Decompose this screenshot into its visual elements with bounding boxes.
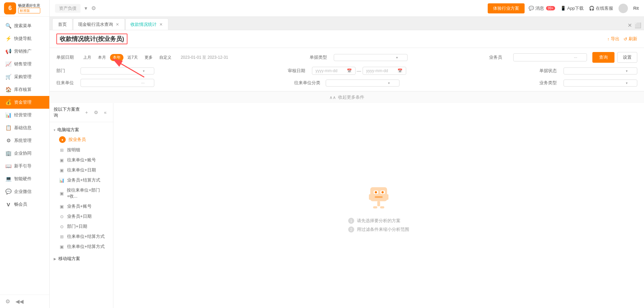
- tab-collection-stats[interactable]: 收款情况统计 ✕: [125, 18, 168, 30]
- partner-select[interactable]: ···: [80, 79, 154, 87]
- scheme-collapse-btn[interactable]: «: [102, 109, 109, 116]
- scheme-item-2[interactable]: ▣ 往来单位+账号: [50, 155, 113, 165]
- salesperson-select[interactable]: ···: [513, 53, 587, 61]
- sidebar-item-search[interactable]: 🔍 搜索菜单: [0, 19, 49, 32]
- collapse-bar[interactable]: ∧∧ 收起更多条件: [50, 91, 644, 103]
- sidebar-item-finance[interactable]: 💰 资金管理: [0, 96, 49, 109]
- scheme-item-8[interactable]: ⊙ 部门+日期: [50, 221, 113, 232]
- settings-header-icon[interactable]: ⚙: [91, 5, 96, 11]
- sidebar-item-purchase[interactable]: 🛒 采购管理: [0, 70, 49, 83]
- doctype-select[interactable]: ▾: [334, 54, 408, 61]
- sidebar-item-system[interactable]: ⚙ 系统管理: [0, 134, 49, 147]
- header-actions: 💬 消息 99+ 📱 App下载 🎧 在线客服 Rit: [529, 4, 639, 13]
- sidebar-item-base[interactable]: 📋 基础信息: [0, 121, 49, 134]
- scheme-settings-btn[interactable]: ⚙: [92, 109, 100, 116]
- finance-icon: 💰: [5, 99, 11, 105]
- sidebar-item-operations[interactable]: 📊 经营管理: [0, 109, 49, 121]
- scheme-item-9[interactable]: ⊞ 往来单位+结算方式: [50, 232, 113, 242]
- message-icon: 💬: [529, 6, 534, 11]
- salesperson-label: 业务员: [489, 54, 508, 60]
- messages-action[interactable]: 💬 消息 99+: [529, 5, 555, 11]
- scheme-item-1[interactable]: ⊞ 按明细: [50, 145, 113, 155]
- partner-cat-select[interactable]: ▾: [326, 80, 399, 87]
- sidebar-item-guide[interactable]: 📖 新手引导: [0, 160, 49, 172]
- dept-select[interactable]: ▾: [80, 67, 154, 74]
- refresh-btn[interactable]: ↺ 刷新: [624, 36, 637, 42]
- filter-row-2: 部门 ▾ 审核日期 yyyy-mm-dd 📅 — yyyy-mm-dd 📅: [56, 67, 637, 75]
- sidebar-item-member[interactable]: V 畅会员: [0, 198, 49, 211]
- sidebar-item-quicknav[interactable]: ⚡ 快捷导航: [0, 32, 49, 45]
- online-service-action[interactable]: 🎧 在线客服: [589, 5, 613, 11]
- app-download-action[interactable]: 📱 App下载: [560, 5, 584, 11]
- tab-home[interactable]: 首页: [52, 18, 72, 30]
- date-tab-lastmonth[interactable]: 上月: [80, 54, 94, 61]
- date-tab-thismonth[interactable]: 本月: [95, 54, 109, 61]
- scheme-group-mobile-title[interactable]: ▶ 移动端方案: [50, 254, 113, 263]
- download-icon: 📱: [560, 6, 566, 11]
- filter-panel: 单据日期 上月 本月 本年 近7天 更多 自定义 2023-01-01 至 20…: [50, 48, 644, 91]
- sidebar-item-marketing[interactable]: 📢 营销推广: [0, 45, 49, 58]
- biz-type-select[interactable]: ▾: [564, 80, 637, 87]
- member-icon: V: [5, 202, 11, 207]
- tab-bar-actions: ✕ ⬜: [628, 22, 644, 30]
- scheme-item-5[interactable]: ▣ 按往来单位+部门+收...: [50, 185, 113, 201]
- date-tab-7days[interactable]: 近7天: [125, 54, 141, 61]
- settings-btn[interactable]: 设置: [617, 52, 637, 63]
- scheme-btn[interactable]: 体验行业方案: [488, 3, 525, 13]
- scheme-item-6[interactable]: ▣ 业务员+账号: [50, 201, 113, 211]
- settings-bottom-icon[interactable]: ⚙: [5, 298, 10, 305]
- tab-bar: 首页 现金银行流水查询 ✕ 收款情况统计 ✕ ✕ ⬜: [50, 17, 644, 30]
- filter-row-3: 往来单位 ··· 往来单位分类 ▾ 业务类型 ▾: [56, 79, 637, 87]
- date-tab-custom[interactable]: 自定义: [157, 54, 174, 61]
- review-date-from[interactable]: yyyy-mm-dd 📅: [312, 67, 356, 75]
- tab-close-collection-stats[interactable]: ✕: [159, 21, 163, 28]
- date-tabs: 上月 本月 本年 近7天 更多 自定义: [80, 54, 174, 61]
- scheme-add-btn[interactable]: +: [83, 109, 90, 116]
- scheme-title: 按以下方案查询: [54, 106, 81, 118]
- tab-close-bank-flow[interactable]: ✕: [115, 21, 120, 28]
- scheme-panel: 按以下方案查询 + ⚙ « ▾ 电脑端方案 ●: [50, 103, 113, 308]
- svg-rect-6: [377, 201, 380, 206]
- scheme-item-7[interactable]: ⊙ 业务员+日期: [50, 211, 113, 221]
- partner-more-icon: ···: [141, 81, 145, 85]
- collapse-sidebar-icon[interactable]: ◀◀: [15, 298, 23, 305]
- date-tab-more[interactable]: 更多: [142, 54, 155, 61]
- scheme-item-3[interactable]: ▣ 往来单位+日期: [50, 165, 113, 175]
- sidebar-item-collab[interactable]: 🏢 企业协同: [0, 147, 49, 160]
- user-avatar[interactable]: [619, 4, 628, 13]
- user-name[interactable]: Rit: [633, 6, 639, 11]
- sidebar-item-sales[interactable]: 📈 销售管理: [0, 58, 49, 70]
- scheme-group-desktop-title[interactable]: ▾ 电脑端方案: [50, 125, 113, 134]
- purchase-icon: 🛒: [5, 74, 11, 80]
- messages-badge: 99+: [546, 6, 555, 10]
- scheme-item-4[interactable]: 📊 业务员+结算方式: [50, 175, 113, 185]
- tab-maximize-icon[interactable]: ⬜: [635, 22, 641, 29]
- scheme-group-mobile: ▶ 移动端方案: [50, 253, 113, 264]
- sidebar: 6 畅捷通好生意 标准版 🔍 搜索菜单 ⚡ 快捷导航 📢 营销推广 📈 销售管理…: [0, 0, 50, 308]
- scheme-item-0[interactable]: ● 按业务员: [50, 134, 113, 145]
- scheme-icon-6: ▣: [59, 204, 64, 209]
- sales-icon: 📈: [5, 61, 11, 67]
- scheme-icon-8: ⊙: [59, 224, 64, 229]
- doc-status-select[interactable]: ▾: [564, 67, 637, 74]
- sidebar-item-wechat[interactable]: 💬 企业微信: [0, 185, 49, 198]
- tab-close-all-icon[interactable]: ✕: [628, 22, 632, 29]
- scheme-item-10[interactable]: ▣ 往来单位+结算方式: [50, 242, 113, 252]
- sidebar-item-inventory[interactable]: 🏠 库存核算: [0, 83, 49, 96]
- export-btn[interactable]: ↑ 导出: [607, 36, 620, 42]
- headset-icon: 🎧: [589, 6, 594, 11]
- search-icon: 🔍: [5, 23, 11, 29]
- sidebar-nav: 🔍 搜索菜单 ⚡ 快捷导航 📢 营销推广 📈 销售管理 🛒 采购管理 🏠 库存核…: [0, 17, 49, 295]
- sidebar-item-hardware[interactable]: 💻 智能硬件: [0, 172, 49, 185]
- breadcrumb-dropdown-icon[interactable]: ▾: [85, 5, 87, 11]
- date-tab-thisyear[interactable]: 本年: [110, 54, 123, 61]
- salesperson-more-icon: ···: [574, 55, 577, 60]
- query-btn[interactable]: 查询: [592, 52, 614, 63]
- calendar-from-icon: 📅: [347, 68, 352, 73]
- review-date-to[interactable]: yyyy-mm-dd 📅: [363, 67, 406, 75]
- scheme-icon-5: ▣: [59, 191, 64, 196]
- main-container: 资产负债 ▾ ⚙ 体验行业方案 💬 消息 99+ 📱 App下载 🎧 在线客服 …: [50, 0, 644, 308]
- biz-type-label: 业务类型: [539, 80, 558, 86]
- scheme-icon-1: ⊞: [59, 148, 64, 153]
- tab-bank-flow[interactable]: 现金银行流水查询 ✕: [73, 18, 125, 30]
